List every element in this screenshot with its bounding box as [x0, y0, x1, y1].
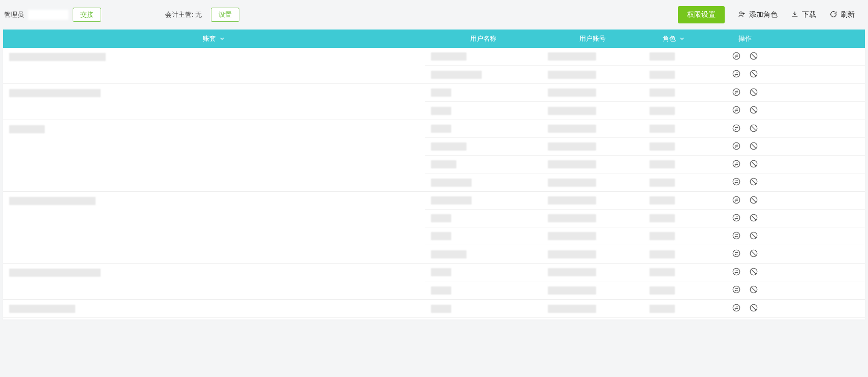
redacted-account: [548, 286, 596, 295]
table-row: [3, 264, 865, 300]
cell-account: [542, 48, 643, 65]
swap-icon[interactable]: [732, 88, 741, 98]
redacted-username: [431, 286, 451, 295]
svg-point-15: [733, 178, 740, 185]
redacted-account: [548, 268, 596, 276]
cell-account: [542, 210, 643, 226]
cell-account: [542, 138, 643, 155]
disable-icon[interactable]: [749, 159, 758, 170]
sub-row: [425, 300, 865, 317]
refresh-label: 刷新: [841, 10, 855, 19]
cell-account: [542, 228, 643, 244]
swap-icon[interactable]: [732, 285, 741, 296]
redacted-account: [548, 89, 596, 97]
swap-icon[interactable]: [732, 303, 741, 314]
disable-icon[interactable]: [749, 285, 758, 296]
redacted-role: [649, 125, 675, 133]
th-book[interactable]: 账套: [3, 34, 425, 43]
swap-icon[interactable]: [732, 141, 741, 152]
redacted-book-name: [9, 197, 96, 205]
disable-icon[interactable]: [749, 213, 758, 224]
disable-icon[interactable]: [749, 141, 758, 152]
redacted-role: [649, 268, 675, 276]
swap-icon[interactable]: [732, 124, 741, 134]
svg-point-13: [733, 160, 740, 167]
swap-icon[interactable]: [732, 231, 741, 242]
redacted-role: [649, 196, 675, 205]
cell-username: [425, 264, 542, 280]
cell-operation: [704, 245, 786, 264]
swap-icon[interactable]: [732, 105, 741, 116]
handover-button[interactable]: 交接: [73, 8, 101, 22]
cell-account: [542, 192, 643, 209]
cell-operation: [704, 299, 786, 318]
cell-username: [425, 175, 542, 191]
disable-icon[interactable]: [749, 195, 758, 206]
swap-icon[interactable]: [732, 177, 741, 188]
cell-operation: [704, 137, 786, 156]
disable-icon[interactable]: [749, 105, 758, 116]
sub-row: [425, 84, 865, 102]
redacted-account: [548, 160, 596, 168]
disable-icon[interactable]: [749, 267, 758, 278]
cell-account: [542, 246, 643, 263]
redacted-account: [548, 250, 596, 258]
swap-icon[interactable]: [732, 195, 741, 206]
sub-row: [425, 281, 865, 299]
cell-operation: [704, 48, 786, 66]
download-button[interactable]: 下载: [791, 10, 816, 20]
acct-manager-setup-button[interactable]: 设置: [211, 8, 239, 22]
download-label: 下载: [802, 10, 816, 19]
svg-point-25: [733, 268, 740, 275]
svg-point-9: [733, 125, 740, 132]
redacted-role: [649, 179, 675, 187]
redacted-account: [548, 107, 596, 115]
add-role-button[interactable]: 添加角色: [738, 10, 778, 20]
table-row: [3, 84, 865, 120]
admin-label: 管理员: [4, 10, 24, 19]
swap-icon[interactable]: [732, 249, 741, 259]
permission-settings-button[interactable]: 权限设置: [678, 6, 725, 23]
disable-icon[interactable]: [749, 88, 758, 98]
disable-icon[interactable]: [749, 124, 758, 134]
redacted-username: [431, 71, 482, 79]
swap-icon[interactable]: [732, 159, 741, 170]
disable-icon[interactable]: [749, 51, 758, 62]
disable-icon[interactable]: [749, 303, 758, 314]
disable-icon[interactable]: [749, 231, 758, 242]
toolbar: 管理员 交接 会计主管: 无 设置 权限设置 添加角色 下载 刷新: [0, 0, 868, 30]
redacted-role: [649, 160, 675, 168]
cell-username: [425, 246, 542, 263]
refresh-button[interactable]: 刷新: [829, 10, 855, 20]
disable-icon[interactable]: [749, 249, 758, 259]
cell-account: [542, 301, 643, 317]
acct-manager-label: 会计主管: 无: [165, 10, 202, 19]
user-plus-icon: [738, 10, 746, 20]
table-body-scroll[interactable]: [3, 48, 865, 320]
cell-operation: [704, 281, 786, 300]
cell-username: [425, 121, 542, 137]
svg-point-7: [733, 106, 740, 113]
redacted-username: [431, 214, 451, 222]
swap-icon[interactable]: [732, 69, 741, 80]
disable-icon[interactable]: [749, 177, 758, 188]
cell-username: [425, 103, 542, 119]
redacted-role: [649, 107, 675, 115]
disable-icon[interactable]: [749, 69, 758, 80]
acct-manager-value: 无: [195, 11, 202, 18]
swap-icon[interactable]: [732, 213, 741, 224]
redacted-username: [431, 125, 451, 133]
sub-row: [425, 173, 865, 191]
swap-icon[interactable]: [732, 267, 741, 278]
redacted-account: [548, 196, 596, 205]
add-role-label: 添加角色: [749, 10, 778, 19]
cell-role: [643, 228, 704, 244]
sub-row: [425, 210, 865, 227]
cell-role: [643, 282, 704, 299]
th-role[interactable]: 角色: [643, 34, 704, 43]
cell-account: [542, 175, 643, 191]
cell-account: [542, 121, 643, 137]
table-row: [3, 300, 865, 318]
swap-icon[interactable]: [732, 51, 741, 62]
cell-role: [643, 192, 704, 209]
